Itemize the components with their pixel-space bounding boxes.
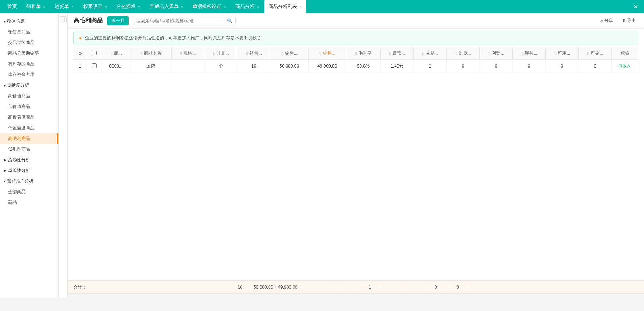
td-gross-margin: 99.8% [346,60,380,72]
th-sales3[interactable]: 销售... [308,47,346,60]
select-all-checkbox[interactable] [92,51,97,55]
filter-btn-month[interactable]: 近一月 [107,16,129,25]
close-all-button[interactable]: ✕ [630,2,641,12]
export-icon: ⬆ [622,18,626,23]
th-spec[interactable]: 规格... [171,47,204,60]
th-checkbox [87,47,102,60]
th-coverage[interactable]: 覆盖... [380,47,413,60]
sidebar-item-low-coverage[interactable]: 低覆盖度商品 [0,123,58,133]
sidebar-item-low-value[interactable]: 低价值商品 [0,101,58,112]
th-code[interactable]: 商... [102,47,130,60]
close-purchase-tab[interactable]: × [71,4,73,9]
th-transaction[interactable]: 交易... [413,47,446,60]
footer-spacer1 [300,285,337,290]
data-table: ⚙ 商... 商品名称 规格... 计量... 销售... 销售... 销售..… [73,47,638,72]
footer-cells: 10 50,000.00 49,900.00 1 0 0 [90,285,638,290]
close-analysis-tab[interactable]: × [257,4,259,9]
export-button[interactable]: ⬆ 导出 [620,17,638,25]
nav-tab-template[interactable]: 单据模板设置 × [188,0,230,13]
arrow-trend: ▶ [4,158,7,162]
close-inventory-tab[interactable]: × [181,4,183,9]
td-sales3: 49,900.00 [308,60,346,72]
footer-transaction: 1 [359,285,381,290]
table-footer: 合计： 10 50,000.00 49,900.00 1 0 0 [68,280,644,293]
sidebar-group-contribution[interactable]: ▾ 贡献度分析 [0,80,58,91]
td-current: 0 [512,60,546,72]
sidebar-item-high-coverage[interactable]: 高覆盖度商品 [0,112,58,123]
nav-tab-sales[interactable]: 销售单 × [22,0,50,13]
th-gross-margin[interactable]: 毛利率 [346,47,380,60]
arrow-growth: ▶ [4,169,7,173]
td-index: 1 [73,60,87,72]
sidebar-group-trend[interactable]: ▶ 流趋性分析 [0,155,58,165]
sidebar: ▾ 整体信息 销售型商品 交易过的商品 商品分类助销率 有库存的商品 库存资金占… [0,13,59,298]
close-permissions-tab[interactable]: × [105,4,107,9]
sidebar-item-low-margin[interactable]: 低毛利商品 [0,144,58,155]
footer-available: 0 [447,285,469,290]
nav-tab-analysis-list[interactable]: 商品分析列表 × [264,0,306,13]
scrollbar-row[interactable] [68,293,644,298]
close-roles-tab[interactable]: × [138,4,140,9]
th-unit[interactable]: 计量... [204,47,237,60]
sidebar-group-contribution-label: 贡献度分析 [7,82,29,88]
share-icon: ⎋ [600,18,603,23]
th-current[interactable]: 现有... [512,47,546,60]
nav-tab-permissions[interactable]: 权限设置 × [79,0,111,13]
close-template-tab[interactable]: × [223,4,226,9]
sidebar-collapse-button[interactable]: 《 [59,13,68,298]
header-actions: ⎋ 分享 ⬆ 导出 [598,17,638,25]
sidebar-item-sales-goods[interactable]: 销售型商品 [0,27,58,37]
td-code: 0000... [102,60,130,72]
info-icon: ✦ [78,35,83,41]
th-sales2[interactable]: 销售... [270,47,308,60]
search-icon[interactable]: 🔍 [227,18,233,23]
share-button[interactable]: ⎋ 分享 [598,17,615,25]
th-settings[interactable]: ⚙ [73,47,87,60]
arrow-contribution: ▾ [4,83,6,87]
sidebar-group-overall[interactable]: ▾ 整体信息 [0,16,58,27]
info-banner: ✦ 企业的主要的利润都是这部分商品创造的，可考虑加大推广，同时关注库存是不要出现… [73,32,638,44]
sidebar-item-high-value[interactable]: 高价值商品 [0,91,58,101]
close-analysis-list-tab[interactable]: × [299,4,302,9]
th-browse2[interactable]: 浏览... [479,47,512,60]
sidebar-item-stock-capital[interactable]: 库存资金占用 [0,69,58,80]
footer-sales3: 49,900.00 [276,285,300,290]
th-saleable[interactable]: 可销... [579,47,612,60]
sidebar-group-marketing-label: 营销推广分析 [7,178,33,184]
sidebar-item-new-goods[interactable]: 新品 [0,197,58,208]
th-browse1[interactable]: 浏览... [446,47,479,60]
td-checkbox[interactable] [87,60,102,72]
nav-tab-analysis[interactable]: 商品分析 × [231,0,263,13]
sidebar-group-growth[interactable]: ▶ 成长性分析 [0,165,58,176]
sidebar-item-in-stock[interactable]: 有库存的商品 [0,59,58,69]
td-sales1: 10 [237,60,270,72]
td-coverage: 1.49% [380,60,413,72]
sidebar-item-traded-goods[interactable]: 交易过的商品 [0,37,58,48]
collapse-icon: 《 [60,16,67,23]
sidebar-group-marketing[interactable]: ▾ 营销推广分析 [0,176,58,187]
th-sales1[interactable]: 销售... [237,47,270,60]
table-container: ⚙ 商... 商品名称 规格... 计量... 销售... 销售... 销售..… [68,47,644,280]
nav-tab-home[interactable]: 首页 [3,0,21,13]
nav-tab-purchase[interactable]: 进货单 × [50,0,78,13]
nav-tab-inventory[interactable]: 产成品入库单 × [145,0,187,13]
search-input[interactable] [136,18,225,23]
sidebar-item-high-margin[interactable]: 高毛利商品 [0,133,58,144]
search-box: 🔍 [133,17,236,25]
footer-sales2: 50,000.00 [251,285,276,290]
td-spec [171,60,204,72]
td-transaction: 1 [413,60,446,72]
td-name: 运费 [130,60,171,72]
td-browse1[interactable]: 0 [446,60,479,72]
sidebar-group-trend-label: 流趋性分析 [8,157,30,163]
footer-spacer3 [381,285,403,290]
th-name[interactable]: 商品名称 [130,47,171,60]
close-sales-tab[interactable]: × [43,4,45,9]
td-available: 0 [546,60,579,72]
sidebar-item-all-goods[interactable]: 全部商品 [0,187,58,197]
th-available[interactable]: 可用... [546,47,579,60]
sidebar-item-category-rate[interactable]: 商品分类助销率 [0,48,58,59]
row-checkbox[interactable] [92,63,97,68]
nav-tab-roles[interactable]: 角色授权 × [112,0,144,13]
content-header: 高毛利商品 近一月 🔍 ⎋ 分享 ⬆ 导出 [68,13,644,29]
